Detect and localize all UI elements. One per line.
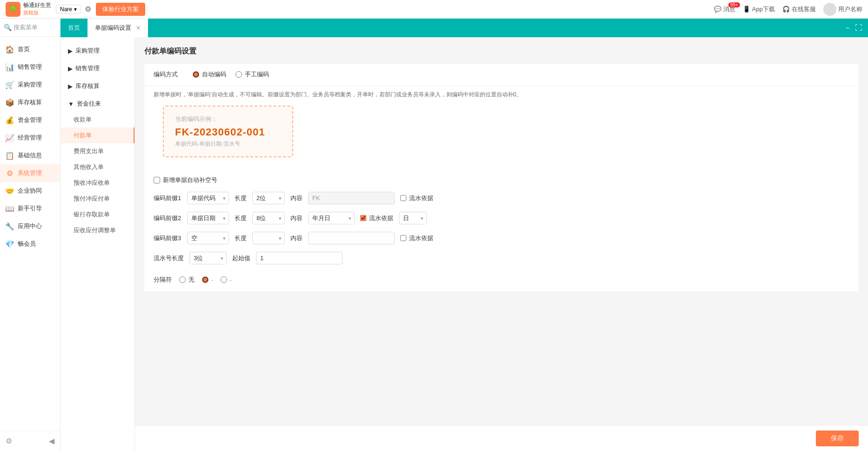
prefix2-serial-checkbox[interactable] — [360, 215, 366, 221]
manual-encode-radio[interactable] — [236, 71, 242, 78]
sub-sidebar-item-bank[interactable]: 银行存取款单 — [61, 207, 135, 222]
prefix3-serial-checkbox[interactable] — [400, 235, 406, 241]
sub-sidebar-item-payment[interactable]: 付款单 — [61, 128, 135, 143]
close-icon[interactable]: ✕ — [136, 25, 141, 31]
new-auto-fill-input[interactable] — [154, 177, 160, 183]
sub-sidebar-item-expense[interactable]: 费用支出单 — [61, 143, 135, 159]
separator-dot[interactable]: · — [202, 276, 213, 283]
sub-sidebar-item-prepay-recv[interactable]: 预收冲应收单 — [61, 175, 135, 191]
separator-custom-radio[interactable] — [221, 276, 227, 283]
prefix2-content-select[interactable]: 年月日 年月 年 — [308, 212, 355, 224]
encoding-type-row: 编码方式 自动编码 手工编码 — [144, 64, 859, 86]
message-item[interactable]: 💬 消息 99+ — [714, 5, 735, 13]
sidebar-item-enterprise[interactable]: 🤝 企业协同 — [0, 182, 60, 200]
sidebar-item-apps[interactable]: 🔧 应用中心 — [0, 217, 60, 235]
prefix2-select-wrapper: 单据日期 部门 业务员 空 — [187, 212, 229, 224]
manual-encode-option[interactable]: 手工编码 — [236, 70, 269, 79]
tab-home-label: 首页 — [68, 24, 80, 32]
prefix3-length-wrapper — [252, 232, 285, 244]
example-sub: 单据代码-单据日期-流水号 — [175, 140, 281, 148]
user-item[interactable]: 用户名称 — [823, 3, 862, 16]
prefix2-length-select[interactable]: 8位 6位 4位 — [252, 212, 285, 224]
main-panel: 付款单编码设置 编码方式 自动编码 — [135, 37, 868, 451]
sidebar-item-home[interactable]: 🏠 首页 — [0, 40, 60, 58]
sidebar-item-finance[interactable]: 💰 资金管理 — [0, 111, 60, 129]
collapse-icon[interactable]: ◀ — [49, 437, 54, 445]
sub-sidebar-item-prepay-pay[interactable]: 预付冲应付单 — [61, 191, 135, 207]
start-value-input[interactable] — [256, 252, 343, 264]
company-select[interactable]: Nare ▾ — [56, 5, 81, 14]
online-service-item[interactable]: 🎧 在线客服 — [782, 5, 816, 13]
sidebar-label-basic: 基础信息 — [18, 151, 42, 160]
minimize-button[interactable]: － — [844, 23, 851, 33]
separator-row: 分隔符 无 · — [144, 276, 859, 291]
app-download-item[interactable]: 📱 App下载 — [743, 5, 775, 13]
content-wrapper: 首页 单据编码设置 ✕ － ⛶ ▶ 采购管理 — [61, 19, 868, 451]
prefix2-select[interactable]: 单据日期 部门 业务员 空 — [187, 212, 229, 224]
sub-sidebar-purchase-title[interactable]: ▶ 采购管理 — [61, 43, 135, 59]
sidebar-item-purchase[interactable]: 🛒 采购管理 — [0, 76, 60, 94]
example-label: 当前编码示例： — [175, 115, 281, 123]
maximize-button[interactable]: ⛶ — [855, 24, 862, 32]
sidebar-label-purchase: 采购管理 — [18, 81, 42, 89]
separator-none-radio[interactable] — [179, 276, 186, 283]
sidebar-search[interactable]: 🔍 搜索菜单 — [0, 19, 60, 37]
sales-icon: 📊 — [6, 63, 14, 71]
form-section: 编码前缀1 单据代码 部门 业务员 空 长度 — [144, 192, 859, 276]
sidebar-item-guide[interactable]: 📖 新手引导 — [0, 200, 60, 217]
trial-button[interactable]: 体验行业方案 — [96, 3, 145, 16]
sub-sidebar-item-adjust[interactable]: 应收应付调整单 — [61, 222, 135, 238]
prefix3-select[interactable]: 空 单据代码 部门 业务员 — [187, 232, 229, 244]
main-layout: 🔍 搜索菜单 🏠 首页 📊 销售管理 🛒 采购管理 📦 库存核算 💰 — [0, 19, 868, 451]
settings-icon[interactable]: ⚙ — [6, 437, 12, 445]
sidebar-label-home: 首页 — [18, 45, 30, 54]
serial-length-select[interactable]: 3位 4位 5位 6位 — [189, 252, 227, 264]
sidebar-label-sales: 销售管理 — [18, 63, 42, 71]
purchase-group-label: 采购管理 — [75, 47, 100, 55]
prefix1-length-select[interactable]: 2位 3位 4位 — [252, 192, 285, 204]
topbar-controls: Nare ▾ ⚙ — [56, 5, 91, 14]
prefix1-serial-label: 流水依据 — [409, 194, 433, 202]
tab-home[interactable]: 首页 — [61, 19, 87, 37]
sub-sidebar-sales-title[interactable]: ▶ 销售管理 — [61, 61, 135, 76]
sub-sidebar-item-other-income[interactable]: 其他收入单 — [61, 159, 135, 175]
sidebar-item-operation[interactable]: 📈 经营管理 — [0, 129, 60, 147]
sidebar-item-sales[interactable]: 📊 销售管理 — [0, 58, 60, 76]
auto-encode-radio[interactable] — [193, 71, 199, 78]
auto-encode-option[interactable]: 自动编码 — [193, 70, 226, 79]
sidebar-item-basic[interactable]: 📋 基础信息 — [0, 147, 60, 164]
new-auto-fill-checkbox[interactable]: 新增单据自动补空号 — [154, 176, 217, 184]
manual-encode-label: 手工编码 — [245, 70, 269, 79]
member-icon: 💎 — [6, 240, 14, 248]
hint-text: 新增单据时，'单据编码'自动生成，不可编辑。前缀设置为部门、业务员等档案类，开单… — [144, 86, 859, 106]
prefix1-select[interactable]: 单据代码 部门 业务员 空 — [187, 192, 229, 204]
save-button[interactable]: 保存 — [816, 431, 859, 446]
prefix3-serial-follow[interactable]: 流水依据 — [400, 234, 433, 242]
separator-custom[interactable]: · — [221, 276, 232, 283]
prefix1-label: 编码前缀1 — [154, 194, 182, 202]
encoding-type-label: 编码方式 — [154, 70, 178, 79]
download-icon: 📱 — [743, 6, 750, 13]
prefix1-content-label: 内容 — [290, 194, 303, 202]
logo-text-block: 畅通好生意 旗舰版 — [23, 2, 51, 16]
separator-dot-radio[interactable] — [202, 276, 209, 283]
sidebar-item-inventory[interactable]: 📦 库存核算 — [0, 94, 60, 111]
sidebar-item-member[interactable]: 💎 畅会员 — [0, 235, 60, 253]
prefix2-row: 编码前缀2 单据日期 部门 业务员 空 长度 — [154, 212, 849, 224]
separator-none[interactable]: 无 — [179, 276, 195, 284]
day-select[interactable]: 日 月 年 — [399, 212, 427, 224]
purchase-icon: 🛒 — [6, 81, 14, 89]
sidebar-item-system[interactable]: ⚙ 系统管理 — [0, 164, 60, 182]
prefix2-serial-follow[interactable]: 流水依据 — [360, 214, 393, 222]
prefix3-length-select[interactable] — [252, 232, 285, 244]
sub-sidebar-inventory-title[interactable]: ▶ 库存核算 — [61, 78, 135, 94]
sub-sidebar-item-receipt[interactable]: 收款单 — [61, 112, 135, 128]
sub-sidebar-finance-title[interactable]: ▼ 资金往来 — [61, 96, 135, 112]
prefix1-serial-checkbox[interactable] — [400, 195, 406, 201]
tab-encoding[interactable]: 单据编码设置 ✕ — [87, 19, 148, 37]
prefix3-content-input[interactable] — [308, 232, 395, 244]
sidebar-nav: 🏠 首页 📊 销售管理 🛒 采购管理 📦 库存核算 💰 资金管理 📈 经 — [0, 37, 60, 431]
logo-title: 畅通好生意 — [23, 2, 51, 9]
gear-icon[interactable]: ⚙ — [85, 5, 91, 13]
prefix1-serial-follow[interactable]: 流水依据 — [400, 194, 433, 202]
